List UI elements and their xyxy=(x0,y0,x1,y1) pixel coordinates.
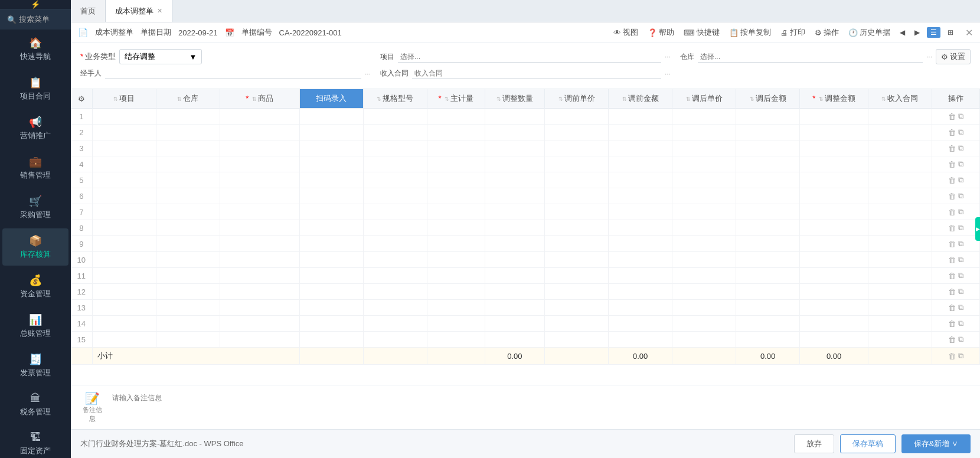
row-qty-cell[interactable] xyxy=(485,300,544,316)
row-after-price-cell[interactable] xyxy=(672,188,736,204)
row-income-contract-cell[interactable] xyxy=(868,156,932,172)
row-after-amount-cell[interactable] xyxy=(736,156,800,172)
row-after-price-cell[interactable] xyxy=(672,332,736,348)
delete-row-icon[interactable]: 🗑 xyxy=(948,208,956,217)
row-spec-cell[interactable] xyxy=(363,252,427,268)
col-product[interactable]: ⇅商品 xyxy=(220,89,299,109)
copy-row-icon[interactable]: ⧉ xyxy=(958,255,963,264)
row-after-amount-cell[interactable] xyxy=(736,220,800,236)
row-before-amount-cell[interactable] xyxy=(609,316,672,332)
row-before-price-cell[interactable] xyxy=(545,156,609,172)
settings-button[interactable]: ⚙ 设置 xyxy=(936,49,971,64)
row-unit-cell[interactable] xyxy=(427,156,485,172)
row-scan-cell[interactable] xyxy=(299,140,363,156)
row-scan-cell[interactable] xyxy=(299,172,363,188)
view-btn[interactable]: 👁 视图 xyxy=(611,26,641,39)
row-after-amount-cell[interactable] xyxy=(736,140,800,156)
biz-type-select[interactable]: 结存调整 ▼ xyxy=(119,49,202,64)
copy-row-icon[interactable]: ⧉ xyxy=(958,271,963,280)
copy-row-icon[interactable]: ⧉ xyxy=(958,287,963,296)
row-project-cell[interactable] xyxy=(92,332,156,348)
row-spec-cell[interactable] xyxy=(363,125,427,140)
right-edge-indicator[interactable]: ▶ xyxy=(975,217,980,241)
row-before-price-cell[interactable] xyxy=(545,332,609,348)
row-income-contract-cell[interactable] xyxy=(868,300,932,316)
row-project-cell[interactable] xyxy=(92,236,156,252)
sidebar-item-fixed-assets[interactable]: 🏗 固定资产 xyxy=(2,426,68,458)
sidebar-item-sales-mgmt[interactable]: 💼 销售管理 xyxy=(2,149,68,187)
row-warehouse-cell[interactable] xyxy=(156,236,220,252)
row-adjust-amount-cell[interactable] xyxy=(800,188,868,204)
operations-btn[interactable]: ⚙ 操作 xyxy=(812,26,841,39)
row-income-contract-cell[interactable] xyxy=(868,316,932,332)
col-project[interactable]: ⇅项目 xyxy=(92,89,156,109)
row-before-price-cell[interactable] xyxy=(545,188,609,204)
row-adjust-amount-cell[interactable] xyxy=(800,332,868,348)
col-adjust-amount[interactable]: ⇅调整金额 xyxy=(800,89,868,109)
col-warehouse[interactable]: ⇅仓库 xyxy=(156,89,220,109)
row-warehouse-cell[interactable] xyxy=(156,220,220,236)
row-spec-cell[interactable] xyxy=(363,300,427,316)
copy-row-icon[interactable]: ⧉ xyxy=(958,239,963,248)
row-before-price-cell[interactable] xyxy=(545,284,609,300)
tab-cost-adjust[interactable]: 成本调整单 ✕ xyxy=(106,0,172,22)
row-product-cell[interactable] xyxy=(220,220,299,236)
delete-row-icon[interactable]: 🗑 xyxy=(948,287,956,296)
row-after-amount-cell[interactable] xyxy=(736,125,800,140)
row-adjust-amount-cell[interactable] xyxy=(800,316,868,332)
row-warehouse-cell[interactable] xyxy=(156,156,220,172)
copy-row-icon[interactable]: ⧉ xyxy=(958,127,963,137)
row-project-cell[interactable] xyxy=(92,268,156,284)
row-after-price-cell[interactable] xyxy=(672,300,736,316)
row-product-cell[interactable] xyxy=(220,156,299,172)
row-project-cell[interactable] xyxy=(92,109,156,125)
row-unit-cell[interactable] xyxy=(427,236,485,252)
row-before-price-cell[interactable] xyxy=(545,109,609,125)
row-spec-cell[interactable] xyxy=(363,284,427,300)
copy-row-icon[interactable]: ⧉ xyxy=(958,207,963,217)
row-warehouse-cell[interactable] xyxy=(156,188,220,204)
row-product-cell[interactable] xyxy=(220,125,299,140)
row-warehouse-cell[interactable] xyxy=(156,125,220,140)
col-scan[interactable]: 扫码录入 xyxy=(299,89,363,109)
row-after-price-cell[interactable] xyxy=(672,125,736,140)
row-qty-cell[interactable] xyxy=(485,140,544,156)
row-after-amount-cell[interactable] xyxy=(736,316,800,332)
row-adjust-amount-cell[interactable] xyxy=(800,300,868,316)
row-before-amount-cell[interactable] xyxy=(609,284,672,300)
row-before-price-cell[interactable] xyxy=(545,252,609,268)
row-scan-cell[interactable] xyxy=(299,284,363,300)
delete-row-icon[interactable]: 🗑 xyxy=(948,256,956,264)
row-after-price-cell[interactable] xyxy=(672,204,736,220)
row-adjust-amount-cell[interactable] xyxy=(800,252,868,268)
row-warehouse-cell[interactable] xyxy=(156,300,220,316)
sidebar-item-ledger-mgmt[interactable]: 📊 总账管理 xyxy=(2,307,68,345)
row-unit-cell[interactable] xyxy=(427,172,485,188)
row-before-price-cell[interactable] xyxy=(545,268,609,284)
row-scan-cell[interactable] xyxy=(299,188,363,204)
row-unit-cell[interactable] xyxy=(427,188,485,204)
sidebar-item-sales-promotion[interactable]: 📢 营销推广 xyxy=(2,110,68,147)
row-project-cell[interactable] xyxy=(92,284,156,300)
row-scan-cell[interactable] xyxy=(299,109,363,125)
col-before-price[interactable]: ⇅调前单价 xyxy=(545,89,609,109)
copy-row-icon[interactable]: ⧉ xyxy=(958,319,963,328)
col-after-amount[interactable]: ⇅调后金额 xyxy=(736,89,800,109)
row-warehouse-cell[interactable] xyxy=(156,252,220,268)
row-qty-cell[interactable] xyxy=(485,284,544,300)
delete-row-icon[interactable]: 🗑 xyxy=(948,224,956,233)
row-spec-cell[interactable] xyxy=(363,236,427,252)
row-after-price-cell[interactable] xyxy=(672,268,736,284)
row-income-contract-cell[interactable] xyxy=(868,109,932,125)
row-after-price-cell[interactable] xyxy=(672,316,736,332)
row-product-cell[interactable] xyxy=(220,316,299,332)
row-after-price-cell[interactable] xyxy=(672,156,736,172)
row-unit-cell[interactable] xyxy=(427,300,485,316)
row-product-cell[interactable] xyxy=(220,284,299,300)
copy-row-icon[interactable]: ⧉ xyxy=(958,175,963,185)
row-after-price-cell[interactable] xyxy=(672,252,736,268)
row-unit-cell[interactable] xyxy=(427,284,485,300)
row-unit-cell[interactable] xyxy=(427,140,485,156)
help-btn[interactable]: ❓ 帮助 xyxy=(645,26,677,39)
row-scan-cell[interactable] xyxy=(299,252,363,268)
